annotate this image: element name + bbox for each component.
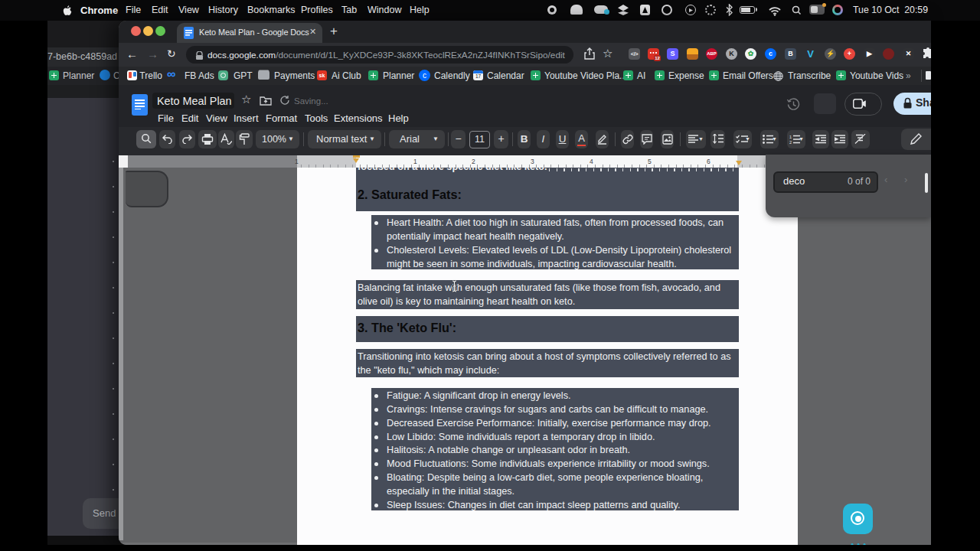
svg-text:1: 1 (789, 135, 792, 139)
svg-text:2: 2 (789, 140, 792, 144)
